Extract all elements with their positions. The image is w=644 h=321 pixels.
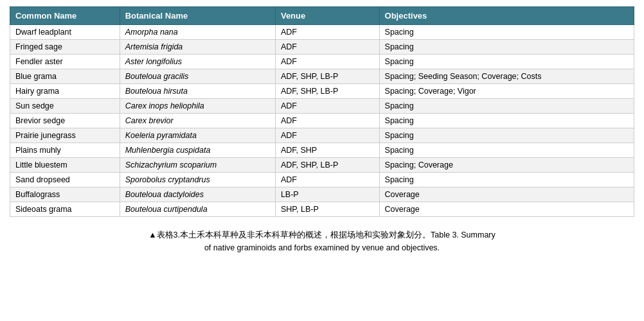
table-cell: Carex inops heliophila — [120, 99, 275, 114]
table-row: Brevior sedgeCarex breviorADFSpacing — [10, 114, 634, 128]
table-cell: Spacing — [379, 99, 634, 114]
table-cell: LB-P — [275, 187, 379, 202]
col-header-common-name: Common Name — [10, 7, 120, 25]
col-header-objectives: Objectives — [379, 7, 634, 25]
table-cell: Hairy grama — [10, 84, 120, 99]
caption-line1: ▲表格3.本土禾本科草种及非禾本科草种的概述，根据场地和实验对象划分。Table… — [22, 229, 622, 241]
table-row: Sand dropseedSporobolus cryptandrusADFSp… — [10, 173, 634, 187]
table-cell: Schizachyrium scoparium — [120, 158, 275, 173]
table-cell: Carex brevior — [120, 114, 275, 128]
table-cell: ADF — [275, 173, 379, 187]
table-cell: Sporobolus cryptandrus — [120, 173, 275, 187]
table-row: Plains muhlyMuhlenbergia cuspidataADF, S… — [10, 143, 634, 158]
table-cell: Koeleria pyramidata — [120, 128, 275, 143]
table-cell: Spacing; Coverage; Vigor — [379, 84, 634, 99]
table-cell: Aster longifolius — [120, 55, 275, 69]
table-cell: Spacing — [379, 128, 634, 143]
table-cell: Bouteloua curtipendula — [120, 202, 275, 217]
table-row: Fendler asterAster longifoliusADFSpacing — [10, 55, 634, 69]
table-cell: Spacing — [379, 25, 634, 40]
table-cell: Fringed sage — [10, 40, 120, 55]
table-cell: Brevior sedge — [10, 114, 120, 128]
table-cell: ADF — [275, 128, 379, 143]
table-caption: ▲表格3.本土禾本科草种及非禾本科草种的概述，根据场地和实验对象划分。Table… — [10, 229, 634, 254]
table-cell: ADF, SHP — [275, 143, 379, 158]
table-row: BuffalograssBouteloua dactyloidesLB-PCov… — [10, 187, 634, 202]
table-cell: Coverage — [379, 187, 634, 202]
table-cell: Plains muhly — [10, 143, 120, 158]
table-cell: Fendler aster — [10, 55, 120, 69]
table-row: Prairie junegrassKoeleria pyramidataADFS… — [10, 128, 634, 143]
table-cell: Sideoats grama — [10, 202, 120, 217]
table-cell: Buffalograss — [10, 187, 120, 202]
table-cell: Spacing — [379, 143, 634, 158]
table-cell: ADF — [275, 99, 379, 114]
table-cell: ADF, SHP, LB-P — [275, 69, 379, 84]
table-cell: Blue grama — [10, 69, 120, 84]
table-cell: Spacing — [379, 114, 634, 128]
col-header-botanical-name: Botanical Name — [120, 7, 275, 25]
table-header-row: Common Name Botanical Name Venue Objecti… — [10, 7, 634, 25]
table-cell: Bouteloua hirsuta — [120, 84, 275, 99]
table-cell: ADF — [275, 25, 379, 40]
table-cell: Spacing — [379, 173, 634, 187]
table-cell: ADF — [275, 40, 379, 55]
table-cell: ADF — [275, 55, 379, 69]
table-cell: Bouteloua gracilis — [120, 69, 275, 84]
table-cell: Bouteloua dactyloides — [120, 187, 275, 202]
table-cell: ADF, SHP, LB-P — [275, 158, 379, 173]
table-cell: ADF, SHP, LB-P — [275, 84, 379, 99]
table-cell: Amorpha nana — [120, 25, 275, 40]
table-cell: ADF — [275, 114, 379, 128]
col-header-venue: Venue — [275, 7, 379, 25]
table-row: Blue gramaBouteloua gracilisADF, SHP, LB… — [10, 69, 634, 84]
table-cell: Sand dropseed — [10, 173, 120, 187]
table-cell: SHP, LB-P — [275, 202, 379, 217]
table-cell: Spacing — [379, 40, 634, 55]
table-cell: Muhlenbergia cuspidata — [120, 143, 275, 158]
table-cell: Sun sedge — [10, 99, 120, 114]
caption-line2: of native graminoids and forbs examined … — [22, 241, 622, 254]
table-row: Sun sedgeCarex inops heliophilaADFSpacin… — [10, 99, 634, 114]
table-row: Fringed sageArtemisia frigidaADFSpacing — [10, 40, 634, 55]
table-cell: Coverage — [379, 202, 634, 217]
table-row: Dwarf leadplantAmorpha nanaADFSpacing — [10, 25, 634, 40]
table-row: Sideoats gramaBouteloua curtipendulaSHP,… — [10, 202, 634, 217]
species-table: Common Name Botanical Name Venue Objecti… — [10, 6, 634, 217]
table-row: Little bluestemSchizachyrium scopariumAD… — [10, 158, 634, 173]
table-cell: Spacing; Coverage — [379, 158, 634, 173]
table-cell: Prairie junegrass — [10, 128, 120, 143]
table-cell: Spacing — [379, 55, 634, 69]
table-cell: Dwarf leadplant — [10, 25, 120, 40]
table-cell: Little bluestem — [10, 158, 120, 173]
table-cell: Artemisia frigida — [120, 40, 275, 55]
table-row: Hairy gramaBouteloua hirsutaADF, SHP, LB… — [10, 84, 634, 99]
table-cell: Spacing; Seeding Season; Coverage; Costs — [379, 69, 634, 84]
